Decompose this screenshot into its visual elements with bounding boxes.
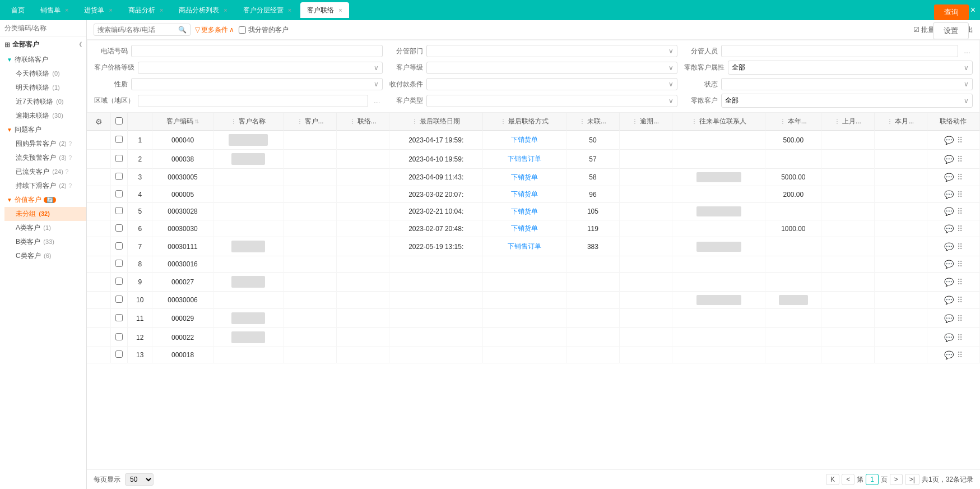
last-page-btn[interactable]: >| [905,474,919,485]
row-checkbox[interactable] [115,207,123,214]
more-conditions-btn[interactable]: ▽ 更多条件 ∧ [195,25,234,35]
sidebar-item-declining[interactable]: 持续下滑客户 (2) ? [4,179,86,193]
page-size-select[interactable]: 50 100 200 [125,473,154,486]
sidebar-item-churned[interactable]: 已流失客户 (24) ? [4,165,86,179]
tab-analysis-list-close[interactable]: × [224,7,227,13]
row-checkbox[interactable] [115,242,123,250]
message-icon[interactable]: 💬 [944,296,954,305]
message-icon[interactable]: 💬 [944,190,954,199]
message-icon[interactable]: 💬 [944,242,954,251]
col-trade-contact[interactable]: ⋮往来单位联系人 [672,113,765,131]
region-dots[interactable]: … [371,97,383,105]
message-icon[interactable]: 💬 [944,155,954,164]
filter-search-icon[interactable]: 🔍 [178,26,187,34]
sidebar-item-7days[interactable]: 近7天待联络 (0) [4,95,86,109]
reset-button[interactable]: 设置 [933,22,969,39]
more-icon[interactable]: ⠿ [957,190,963,199]
row-checkbox[interactable] [115,136,123,143]
row-checkbox[interactable] [115,350,123,358]
more-icon[interactable]: ⠿ [957,296,963,305]
sidebar-item-today[interactable]: 今天待联络 (0) [4,67,86,81]
tab-customer-tier-close[interactable]: × [288,7,291,13]
status-select[interactable]: ∨ [721,78,973,90]
row-checkbox[interactable] [115,278,123,285]
col-contact[interactable]: ⋮联络... [337,113,389,131]
col-this-year[interactable]: ⋮本年... [765,113,821,131]
sparse-attr-select[interactable]: 全部 ∨ [728,61,973,75]
prev-page-btn[interactable]: < [842,474,854,485]
col-last-way[interactable]: ⋮最后联络方式 [483,113,566,131]
sidebar-search-input[interactable] [4,24,87,32]
filter-search-input[interactable] [97,26,176,34]
customer-level-select[interactable]: ∨ [426,62,678,74]
contact-way-link[interactable]: 下销货单 [511,190,538,198]
sidebar-all-customers[interactable]: ⊞ 全部客户 《 [0,36,86,53]
more-icon[interactable]: ⠿ [957,314,963,323]
region-input[interactable] [138,95,368,107]
sidebar-item-tomorrow[interactable]: 明天待联络 (1) [4,81,86,95]
col-code[interactable]: 客户编码⇅ [152,113,213,131]
price-level-select[interactable]: ∨ [138,62,383,74]
manager-dots[interactable]: … [962,47,973,55]
phone-input[interactable] [131,45,383,57]
row-checkbox[interactable] [115,173,123,180]
tab-purchase-close[interactable]: × [109,7,112,13]
contact-way-link[interactable]: 下销售订单 [508,242,541,250]
value-refresh-icon[interactable]: 🔄 [44,197,56,203]
tab-analysis-list[interactable]: 商品分析列表 × [172,2,234,18]
sidebar-item-overdue[interactable]: 逾期未联络 (30) [4,109,86,123]
row-checkbox[interactable] [115,314,123,321]
sidebar-problem-group[interactable]: ▼ 问题客户 [0,123,86,137]
payment-select[interactable]: ∨ [426,78,678,90]
message-icon[interactable]: 💬 [944,350,954,359]
dept-select[interactable]: ∨ [426,45,678,57]
customer-type-select[interactable]: ∨ [426,95,678,107]
first-page-btn[interactable]: K [826,474,839,485]
message-icon[interactable]: 💬 [944,278,954,287]
row-checkbox[interactable] [115,155,123,162]
col-gear[interactable]: ⚙ [87,113,111,131]
sidebar-item-class-c[interactable]: C类客户 (6) [4,249,86,263]
message-icon[interactable]: 💬 [944,333,954,342]
sidebar-item-class-a[interactable]: A类客户 (1) [4,221,86,235]
tab-analysis[interactable]: 商品分析 × [122,2,170,18]
sidebar-item-ungroup[interactable]: 未分组 (32) [4,207,86,221]
col-last-month[interactable]: ⋮上月... [821,113,874,131]
col-last-date[interactable]: ⋮最后联络日期 [389,113,483,131]
sidebar-item-churn-warning[interactable]: 流失预警客户 (3) ? [4,151,86,165]
tab-sales-close[interactable]: × [65,7,68,13]
tab-sales[interactable]: 销售单 × [34,2,75,18]
gear-icon[interactable]: ⚙ [95,117,103,126]
more-icon[interactable]: ⠿ [957,333,963,342]
manager-input[interactable] [721,45,958,57]
tab-purchase[interactable]: 进货单 × [77,2,119,18]
col-name[interactable]: ⋮客户名称 [213,113,284,131]
message-icon[interactable]: 💬 [944,314,954,323]
tab-home[interactable]: 首页 [4,2,31,18]
col-this-month[interactable]: ⋮本月... [874,113,927,131]
contact-way-link[interactable]: 下销货单 [511,224,538,232]
sidebar-item-abnormal[interactable]: 囤购异常客户 (2) ? [4,137,86,151]
row-checkbox[interactable] [115,224,123,232]
more-icon[interactable]: ⠿ [957,242,963,251]
col-type[interactable]: ⋮客户... [284,113,336,131]
tab-customer-tier[interactable]: 客户分层经营 × [236,2,298,18]
more-icon[interactable]: ⠿ [957,155,963,164]
more-icon[interactable]: ⠿ [957,173,963,182]
contact-way-link[interactable]: 下销货单 [511,207,538,215]
contact-way-link[interactable]: 下销售订单 [508,155,541,163]
next-page-btn[interactable]: > [890,474,903,485]
row-checkbox[interactable] [115,190,123,197]
nature-select[interactable]: ∨ [131,78,383,90]
more-icon[interactable]: ⠿ [957,207,963,216]
message-icon[interactable]: 💬 [944,207,954,216]
contact-way-link[interactable]: 下销货单 [511,173,538,181]
row-checkbox[interactable] [115,260,123,267]
more-icon[interactable]: ⠿ [957,136,963,145]
message-icon[interactable]: 💬 [944,224,954,233]
message-icon[interactable]: 💬 [944,260,954,269]
more-icon[interactable]: ⠿ [957,224,963,233]
my-customers-checkbox[interactable] [239,26,246,34]
message-icon[interactable]: 💬 [944,136,954,145]
sidebar-item-class-b[interactable]: B类客户 (33) [4,235,86,249]
